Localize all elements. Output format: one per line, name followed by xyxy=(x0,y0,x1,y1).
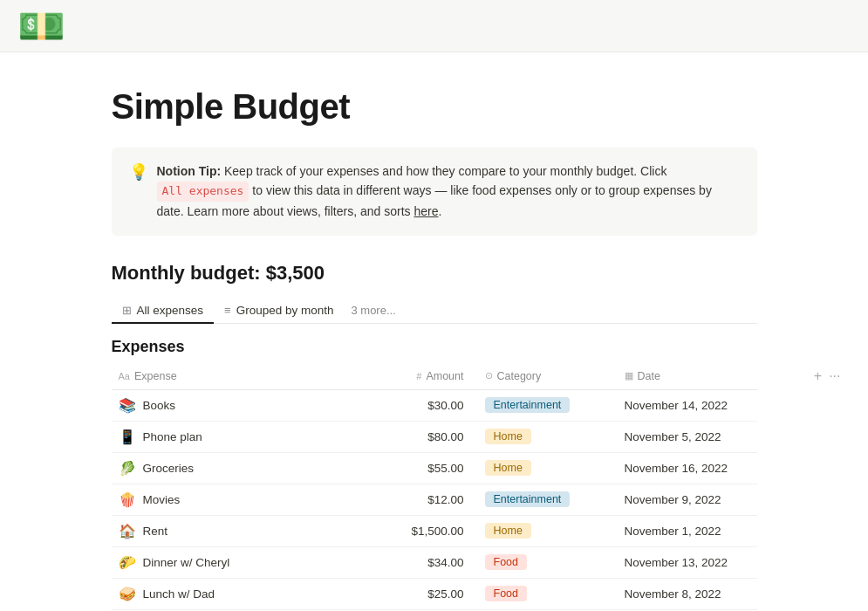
cell-amount-2: $55.00 xyxy=(356,457,478,480)
cell-actions-4 xyxy=(792,525,844,536)
cell-actions-2 xyxy=(792,463,844,473)
cell-date-2: November 16, 2022 xyxy=(618,457,792,480)
table-rows: 📚 Books $30.00 Entertainment November 14… xyxy=(112,390,757,610)
col-icon-amount: # xyxy=(416,371,421,381)
tab-all-expenses-icon: ⊞ xyxy=(122,304,132,317)
category-badge-0: Entertainment xyxy=(485,397,571,413)
col-header-actions: + ··· xyxy=(792,368,844,384)
col-label-amount: Amount xyxy=(426,370,463,382)
category-badge-4: Home xyxy=(485,523,531,539)
col-icon-category: ⊙ xyxy=(485,370,493,381)
expense-name-3: Movies xyxy=(143,493,181,506)
col-header-category: ⊙ Category xyxy=(478,367,618,386)
category-badge-6: Food xyxy=(485,586,528,601)
col-label-category: Category xyxy=(497,370,542,382)
col-icon-date: ▦ xyxy=(625,370,633,381)
cell-date-4: November 1, 2022 xyxy=(618,519,792,543)
expense-emoji-0: 📚 xyxy=(119,397,136,414)
table-row[interactable]: 🥬 Groceries $55.00 Home November 16, 202… xyxy=(112,453,757,484)
expense-name-1: Phone plan xyxy=(143,430,202,443)
tab-grouped-icon: ≡ xyxy=(224,304,231,317)
tip-text1: Keep track of your expenses and how they… xyxy=(221,164,666,178)
table-row[interactable]: 📚 Books $30.00 Entertainment November 14… xyxy=(112,390,757,422)
cell-category-5: Food xyxy=(478,549,618,575)
view-tabs: ⊞ All expenses ≡ Grouped by month 3 more… xyxy=(112,299,757,324)
cell-date-3: November 9, 2022 xyxy=(618,488,792,511)
tip-box: 💡 Notion Tip: Keep track of your expense… xyxy=(112,148,757,236)
cell-category-2: Home xyxy=(478,455,618,481)
col-icon-expense: Aa xyxy=(119,371,130,381)
tab-all-expenses-label: All expenses xyxy=(137,304,204,317)
cell-expense-0: 📚 Books xyxy=(112,392,356,419)
category-badge-2: Home xyxy=(485,460,531,476)
cell-category-6: Food xyxy=(478,580,618,607)
cell-amount-5: $34.00 xyxy=(356,551,478,574)
cell-date-0: November 14, 2022 xyxy=(618,394,792,417)
table-row[interactable]: 📱 Phone plan $80.00 Home November 5, 202… xyxy=(112,422,757,453)
col-label-date: Date xyxy=(638,370,660,382)
cell-category-1: Home xyxy=(478,423,618,450)
expense-name-6: Lunch w/ Dad xyxy=(143,587,215,601)
cell-actions-5 xyxy=(792,557,844,567)
tip-text: Notion Tip: Keep track of your expenses … xyxy=(157,161,740,222)
expense-name-0: Books xyxy=(143,399,176,412)
cell-amount-1: $80.00 xyxy=(356,425,478,449)
expense-emoji-1: 📱 xyxy=(119,429,136,445)
table-row[interactable]: 🏠 Rent $1,500.00 Home November 1, 2022 xyxy=(112,516,757,547)
cell-date-6: November 8, 2022 xyxy=(618,582,792,606)
cell-expense-3: 🍿 Movies xyxy=(112,486,356,513)
col-label-expense: Expense xyxy=(134,370,177,382)
monthly-budget-title: Monthly budget: $3,500 xyxy=(112,262,757,285)
add-col-icon[interactable]: + xyxy=(814,368,822,384)
col-header-expense: Aa Expense xyxy=(112,367,356,386)
cell-actions-6 xyxy=(792,588,844,599)
expense-name-5: Dinner w/ Cheryl xyxy=(143,556,230,569)
category-badge-1: Home xyxy=(485,429,531,444)
page-icon-topbar: 💵 xyxy=(17,7,65,45)
cell-expense-1: 📱 Phone plan xyxy=(112,423,356,450)
cell-amount-0: $30.00 xyxy=(356,394,478,417)
tab-grouped-label: Grouped by month xyxy=(236,304,334,317)
cell-expense-5: 🌮 Dinner w/ Cheryl xyxy=(112,549,356,576)
table-row[interactable]: 🌮 Dinner w/ Cheryl $34.00 Food November … xyxy=(112,547,757,579)
category-badge-5: Food xyxy=(485,554,528,570)
cell-expense-4: 🏠 Rent xyxy=(112,518,356,545)
tip-badge[interactable]: All expenses xyxy=(157,182,249,202)
cell-category-3: Entertainment xyxy=(478,486,618,512)
expense-emoji-6: 🥪 xyxy=(119,586,136,602)
top-bar: 💵 xyxy=(0,0,868,52)
cell-expense-6: 🥪 Lunch w/ Dad xyxy=(112,580,356,608)
expense-emoji-4: 🏠 xyxy=(119,523,136,539)
expenses-section: Expenses Aa Expense # Amount ⊙ Category … xyxy=(112,338,757,611)
page-content: Simple Budget 💡 Notion Tip: Keep track o… xyxy=(59,52,810,611)
cell-actions-1 xyxy=(792,431,844,442)
tip-text3: . xyxy=(438,204,441,218)
tab-grouped-by-month[interactable]: ≡ Grouped by month xyxy=(214,299,344,324)
expenses-table: Aa Expense # Amount ⊙ Category ▦ Date + xyxy=(112,363,757,611)
tip-bold: Notion Tip: xyxy=(157,164,222,178)
cell-actions-0 xyxy=(792,400,844,410)
cell-amount-3: $12.00 xyxy=(356,488,478,511)
col-header-amount: # Amount xyxy=(356,367,478,386)
cell-date-5: November 13, 2022 xyxy=(618,551,792,574)
expenses-heading: Expenses xyxy=(112,338,757,356)
cell-date-1: November 5, 2022 xyxy=(618,425,792,449)
more-options-icon[interactable]: ··· xyxy=(829,368,840,384)
cell-amount-4: $1,500.00 xyxy=(356,519,478,543)
cell-amount-6: $25.00 xyxy=(356,582,478,606)
tab-all-expenses[interactable]: ⊞ All expenses xyxy=(112,299,215,324)
cell-category-4: Home xyxy=(478,518,618,544)
page-title: Simple Budget xyxy=(112,87,757,127)
expense-emoji-3: 🍿 xyxy=(119,491,136,508)
expense-name-2: Groceries xyxy=(143,462,195,475)
tip-here-link[interactable]: here xyxy=(413,204,438,218)
tip-icon: 💡 xyxy=(129,162,148,222)
expense-emoji-5: 🌮 xyxy=(119,554,136,571)
table-row[interactable]: 🍿 Movies $12.00 Entertainment November 9… xyxy=(112,484,757,516)
table-header: Aa Expense # Amount ⊙ Category ▦ Date + xyxy=(112,363,757,390)
tab-more[interactable]: 3 more... xyxy=(344,299,402,322)
table-row[interactable]: 🥪 Lunch w/ Dad $25.00 Food November 8, 2… xyxy=(112,579,757,610)
cell-expense-2: 🥬 Groceries xyxy=(112,455,356,482)
cell-actions-3 xyxy=(792,494,844,505)
expense-name-4: Rent xyxy=(143,525,168,538)
